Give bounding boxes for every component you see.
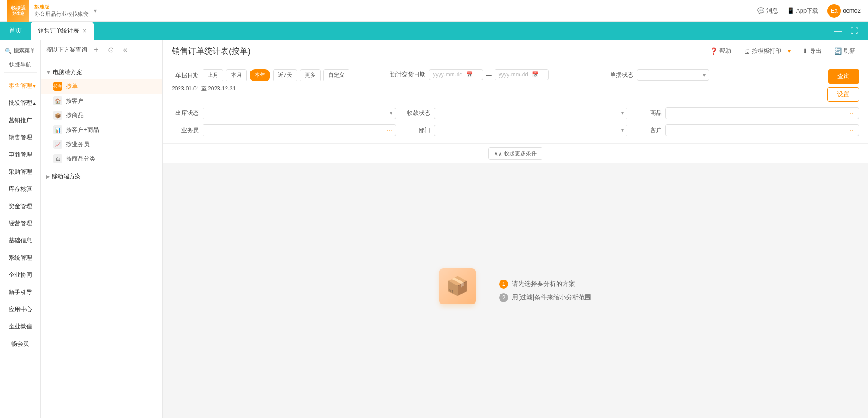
sidebar-item-wechat[interactable]: 企业微信 [0,318,40,335]
product-dots[interactable]: ··· [849,109,855,117]
salesperson-dots[interactable]: ··· [387,127,392,134]
tab-close-btn[interactable]: × [83,27,86,34]
scheme-item-by-salesperson[interactable]: 📈 按业务员 [41,137,162,152]
scheme-item-by-product[interactable]: 📦 按商品 [41,108,162,123]
scheme-group-arrow: ▼ [46,70,51,75]
main-layout: 🔍 搜索菜单 快捷导航 零售管理 ▼ 批发管理 ▲ 营销推广 销售管理 [0,40,868,418]
scheme-group-mobile-arrow: ▶ [46,174,50,180]
expected-date-label: 预计交货日期 [389,71,425,79]
bill-status-label: 单据状态 [606,71,633,79]
app-dropdown-btn[interactable]: ▾ [92,7,99,15]
date-btn-last-7[interactable]: 近7天 [273,69,297,81]
scheme-item-by-customer[interactable]: 🏠 按客户 [41,94,162,108]
query-btn[interactable]: 查询 [828,69,859,84]
scheme-item-by-product-category[interactable]: 🗂 按商品分类 [41,152,162,166]
ship-status-label: 出库状态 [172,109,199,117]
sidebar-item-vip[interactable]: 畅会员 [0,335,40,352]
filter-row-3: 业务员 ··· 部门 客户 ··· [172,124,859,136]
template-print-btn[interactable]: 🖨 按模板打印 [740,45,785,57]
sidebar-item-system[interactable]: 系统管理 [0,249,40,266]
date-btn-this-year[interactable]: 本年 [250,69,270,81]
message-btn[interactable]: 💬 消息 [757,7,778,15]
panel-settings-btn[interactable]: ⊙ [105,44,116,55]
tab-home[interactable]: 首页 [0,22,31,40]
sidebar-item-operations[interactable]: 经营管理 [0,215,40,232]
sidebar-item-basic-info[interactable]: 基础信息 [0,232,40,249]
empty-tips: 1 请先选择要分析的方案 2 用[过滤]条件来缩小分析范围 [499,280,591,302]
sidebar-item-wholesale[interactable]: 批发管理 ▲ [0,95,40,112]
ship-status-select[interactable] [203,108,396,119]
calendar-icon-2: 📅 [532,71,538,78]
content-area: 销售订单统计表(按单) ❓ 帮助 🖨 按模板打印 ▾ ⬇ 导出 [163,40,868,418]
scheme-item-by-order[interactable]: 按单 按单 [41,79,162,94]
payment-status-select[interactable] [434,108,627,119]
scheme-item-by-customer-product[interactable]: 📊 按客户+商品 [41,123,162,137]
product-input-wrap: ··· [665,107,859,119]
date-btn-this-month[interactable]: 本月 [226,69,247,81]
scheme-group-pc-header[interactable]: ▼ 电脑端方案 [41,66,162,79]
tip-num-1: 1 [499,280,508,289]
customer-dots[interactable]: ··· [849,127,855,134]
product-label: 商品 [635,109,662,117]
sidebar-item-retail[interactable]: 零售管理 ▼ [0,77,40,95]
filter-actions: 查询 设置 [827,69,859,102]
filter-ship-status: 出库状态 [172,108,396,119]
customer-input-wrap: ··· [665,124,859,136]
app-download-btn[interactable]: 📱 App下载 [787,7,818,15]
date-btn-custom[interactable]: 自定义 [323,69,349,81]
date-btn-more[interactable]: 更多 [300,69,321,81]
settings-btn[interactable]: 设置 [827,87,859,102]
sidebar-item-purchase[interactable]: 采购管理 [0,163,40,180]
sidebar-item-sales[interactable]: 销售管理 [0,129,40,146]
help-btn[interactable]: ❓ 帮助 [706,45,735,57]
dept-label: 部门 [403,126,430,134]
expected-date-to[interactable]: yyyy-mm-dd 📅 [495,69,549,80]
user-profile[interactable]: Ea demo2 [827,4,861,18]
sidebar-item-enterprise[interactable]: 企业协同 [0,266,40,284]
panel-add-btn[interactable]: + [91,44,102,55]
expected-date-from[interactable]: yyyy-mm-dd 📅 [429,69,483,80]
date-btn-last-month[interactable]: 上月 [203,69,223,81]
help-icon: ❓ [710,48,717,55]
filter-payment-status: 收款状态 [403,108,627,119]
template-print-dropdown[interactable]: ▾ [785,46,793,56]
bill-status-select[interactable] [637,69,709,81]
scheme-icon-product: 📦 [53,111,62,120]
page-actions: ❓ 帮助 🖨 按模板打印 ▾ ⬇ 导出 🔄 刷新 [706,45,859,57]
quick-nav-btn[interactable]: 快捷导航 [0,58,40,71]
filter-product: 商品 ··· [635,107,859,119]
tab-minimize-btn[interactable]: — [832,24,844,37]
dept-select[interactable] [434,125,627,136]
export-btn[interactable]: ⬇ 导出 [799,45,825,57]
username-label: demo2 [843,7,861,14]
tab-sales-order[interactable]: 销售订单统计表 × [31,22,94,40]
scheme-group-pc: ▼ 电脑端方案 按单 按单 🏠 按客户 [41,64,162,168]
filter-date-section: 单据日期 上月 本月 本年 近7天 更多 自定义 2023-01-01 至 20… [172,69,382,93]
top-bar-right: 💬 消息 📱 App下载 Ea demo2 [757,4,861,18]
scheme-group-mobile-header[interactable]: ▶ 移动端方案 [41,170,162,183]
sidebar-item-apps[interactable]: 应用中心 [0,301,40,318]
filter-expected-date: 预计交货日期 yyyy-mm-dd 📅 — yyyy-mm-dd 📅 [389,69,599,80]
sidebar-item-inventory[interactable]: 库存核算 [0,180,40,198]
sidebar-item-marketing[interactable]: 营销推广 [0,112,40,129]
sidebar-item-finance[interactable]: 资金管理 [0,198,40,215]
panel-collapse-btn[interactable]: « [120,44,131,55]
scheme-icon-product-category: 🗂 [53,154,62,163]
top-bar: 畅捷通 好生意 标准版 办公用品行业模拟账套 ▾ 💬 消息 📱 App下载 Ea… [0,0,868,22]
empty-state: 📦 1 请先选择要分析的方案 2 用[过滤]条件来缩小分析范围 [163,163,868,418]
page-title: 销售订单统计表(按单) [172,46,250,57]
sidebar-divider [4,72,37,73]
sidebar-item-ecommerce[interactable]: 电商管理 [0,146,40,163]
empty-illustration: 📦 [439,268,476,304]
sidebar-item-guide[interactable]: 新手引导 [0,284,40,301]
filter-area: 单据日期 上月 本月 本年 近7天 更多 自定义 2023-01-01 至 20… [163,62,868,143]
collapse-more-btn[interactable]: ∧∧ 收起更多条件 [488,147,542,160]
bill-status-select-wrap [637,69,709,81]
download-icon: 📱 [787,7,794,14]
panel-content: ▼ 电脑端方案 按单 按单 🏠 按客户 [41,60,162,418]
tab-maximize-btn[interactable]: ⛶ [848,24,861,37]
customer-label: 客户 [635,126,662,134]
ship-status-select-wrap [203,108,396,119]
search-menu-btn[interactable]: 🔍 搜索菜单 [0,43,40,58]
refresh-btn[interactable]: 🔄 刷新 [830,45,859,57]
